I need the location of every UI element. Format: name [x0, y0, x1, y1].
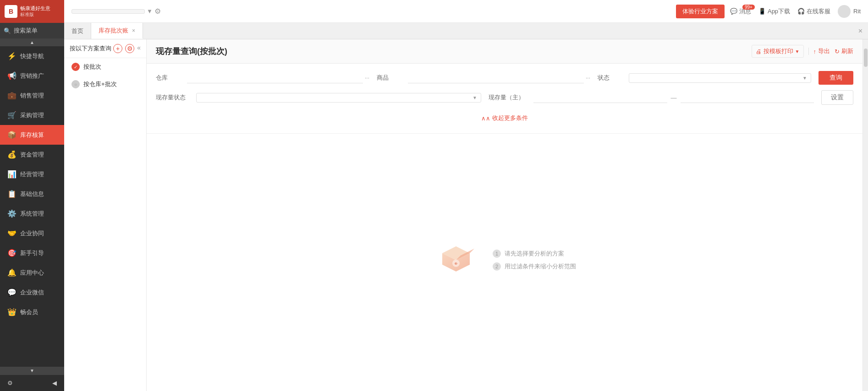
sidebar-item-enterprise[interactable]: 🤝企业协同 [0, 223, 64, 243]
settings-icon[interactable]: ⚙ [7, 380, 13, 386]
empty-hint-1: 1 请先选择要分析的方案 [493, 250, 576, 258]
empty-state: 👁 1 请先选择要分析的方案 2 用过滤条件来缩小分析范围 [147, 134, 863, 391]
refresh-icon: ↻ [835, 48, 840, 55]
empty-illustration: 👁 [433, 239, 479, 285]
nav-label-member: 畅会员 [20, 308, 38, 316]
scheme-dot-active: ✓ [71, 63, 80, 71]
collapse-icon[interactable]: ◀ [52, 380, 57, 386]
sidebar-scroll-down[interactable]: ▼ [0, 367, 64, 375]
nav-icon-sales: 💼 [7, 91, 16, 100]
nav-icon-quick-nav: ⚡ [7, 52, 16, 60]
status-select[interactable]: ▼ [629, 73, 811, 83]
nav-icon-basics: 📋 [7, 190, 16, 198]
tabbar-close-button[interactable]: × [853, 27, 868, 35]
industry-solution-button[interactable]: 体验行业方案 [676, 5, 725, 18]
sidebar-item-appstore[interactable]: 🔔应用中心 [0, 263, 64, 282]
inventory-qty-label: 现存量（主） [489, 93, 530, 102]
message-icon: 💬 [730, 8, 737, 15]
sidebar-item-sales[interactable]: 💼销售管理 [0, 86, 64, 105]
page-title: 现存量查询(按批次) [156, 46, 227, 57]
message-button[interactable]: 💬 消息 99+ [730, 7, 751, 16]
inventory-status-select[interactable]: ▼ [196, 93, 481, 103]
inventory-qty-range: — [533, 92, 814, 103]
refresh-label: 刷新 [841, 47, 853, 55]
nav-icon-system: ⚙️ [7, 209, 16, 218]
sidebar-item-basics[interactable]: 📋基础信息 [0, 184, 64, 204]
nav-label-wechat: 企业微信 [20, 288, 44, 297]
nav-icon-member: 👑 [7, 308, 16, 316]
app-name-block: 畅康通好生意 标准版 [20, 5, 50, 18]
topbar-right: 💬 消息 99+ 📱 App下载 🎧 在线客服 Rit [730, 5, 861, 18]
nav-icon-operations: 📊 [7, 170, 16, 179]
tab-home[interactable]: 首页 [64, 23, 91, 39]
query-panel: 现存量查询(按批次) 🖨 按模板打印 ▼ ↑ 导出 ↻ 刷新 [147, 39, 863, 391]
sidebar-item-finance[interactable]: 💰资金管理 [0, 145, 64, 164]
topbar-dropdown-icon[interactable]: ▼ [147, 8, 153, 15]
collapse-icon: ∧∧ [481, 115, 490, 122]
warehouse-input[interactable] [187, 72, 363, 83]
scheme-add-button[interactable]: + [113, 44, 122, 53]
tab-inventory-batch[interactable]: 库存批次账 × [91, 23, 143, 39]
refresh-button[interactable]: ↻ 刷新 [835, 47, 853, 55]
sidebar-item-member[interactable]: 👑畅会员 [0, 302, 64, 322]
settings-button[interactable]: 设置 [821, 90, 853, 105]
topbar-search-box[interactable] [71, 9, 145, 14]
sidebar-item-quick-nav[interactable]: ⚡快捷导航 [0, 46, 64, 66]
print-icon: 🖨 [756, 48, 762, 55]
product-field: 商品 ··· [377, 72, 590, 83]
inventory-qty-max[interactable] [681, 92, 814, 103]
user-avatar [838, 5, 851, 18]
status-dropdown-icon: ▼ [802, 76, 807, 81]
inventory-status-field: 现存量状态 ▼ [156, 93, 481, 103]
sidebar-scroll-up[interactable]: ▲ [0, 38, 64, 46]
sidebar-item-marketing[interactable]: 📢营销推广 [0, 66, 64, 86]
app-name: 畅康通好生意 [20, 5, 50, 11]
scheme-item-by-batch[interactable]: ✓ 按批次 [64, 58, 146, 76]
scheme-collapse-button[interactable]: « [137, 44, 141, 53]
nav-icon-purchase: 🛒 [7, 111, 16, 119]
sidebar-header: B 畅康通好生意 标准版 [0, 0, 64, 23]
sidebar-item-purchase[interactable]: 🛒采购管理 [0, 105, 64, 125]
sidebar-item-newbie[interactable]: 🎯新手引导 [0, 243, 64, 263]
tab-close-button[interactable]: × [132, 27, 135, 34]
main-area: ▼ ⚙ 体验行业方案 💬 消息 99+ 📱 App下载 🎧 在线客服 Rit [64, 0, 868, 391]
empty-text-block: 1 请先选择要分析的方案 2 用过滤条件来缩小分析范围 [493, 250, 576, 275]
inventory-qty-field: 现存量（主） — [489, 92, 814, 103]
headset-icon: 🎧 [797, 8, 805, 15]
nav-label-quick-nav: 快捷导航 [20, 52, 44, 60]
sidebar-item-wechat[interactable]: 💬企业微信 [0, 282, 64, 302]
nav-label-purchase: 采购管理 [20, 111, 44, 119]
scheme-settings-button[interactable]: ⚙ [125, 44, 134, 53]
empty-hint-2: 2 用过滤条件来缩小分析范围 [493, 262, 576, 271]
sidebar-item-inventory[interactable]: 📦库存核算 [0, 125, 64, 145]
export-icon: ↑ [813, 48, 817, 55]
product-more-button[interactable]: ··· [586, 75, 590, 81]
sidebar-item-operations[interactable]: 📊经营管理 [0, 164, 64, 184]
inventory-qty-min[interactable] [533, 92, 667, 103]
print-dropdown-icon[interactable]: ▼ [795, 49, 800, 54]
empty-hint-2-text: 用过滤条件来缩小分析范围 [505, 262, 576, 271]
inventory-status-dropdown-icon: ▼ [472, 95, 477, 100]
nav-label-sales: 销售管理 [20, 92, 44, 100]
nav-label-inventory: 库存核算 [20, 131, 44, 139]
empty-num-2: 2 [493, 262, 501, 271]
app-download-button[interactable]: 📱 App下载 [758, 7, 790, 16]
product-input[interactable] [408, 72, 584, 83]
scrollbar-thumb[interactable] [864, 49, 868, 67]
warehouse-more-button[interactable]: ··· [365, 75, 369, 81]
sidebar-item-system[interactable]: ⚙️系统管理 [0, 204, 64, 223]
status-label: 状态 [598, 74, 625, 82]
print-button[interactable]: 🖨 按模板打印 ▼ [752, 45, 804, 58]
user-menu[interactable]: Rit [838, 5, 861, 18]
search-label: 搜索菜单 [14, 27, 38, 35]
sidebar-search[interactable]: 🔍 搜索菜单 [0, 23, 64, 38]
page-actions: 🖨 按模板打印 ▼ ↑ 导出 ↻ 刷新 [752, 45, 853, 58]
collapse-more-button[interactable]: ∧∧ 收起更多条件 [156, 110, 853, 126]
scheme-item-by-warehouse-batch[interactable]: ○ 按仓库+批次 [64, 76, 146, 93]
export-button[interactable]: ↑ 导出 [813, 47, 830, 55]
online-service-button[interactable]: 🎧 在线客服 [797, 7, 830, 16]
query-button[interactable]: 查询 [819, 71, 853, 85]
nav-label-enterprise: 企业协同 [20, 229, 44, 238]
right-scrollbar[interactable] [863, 39, 868, 391]
topbar-settings-icon[interactable]: ⚙ [154, 7, 161, 16]
